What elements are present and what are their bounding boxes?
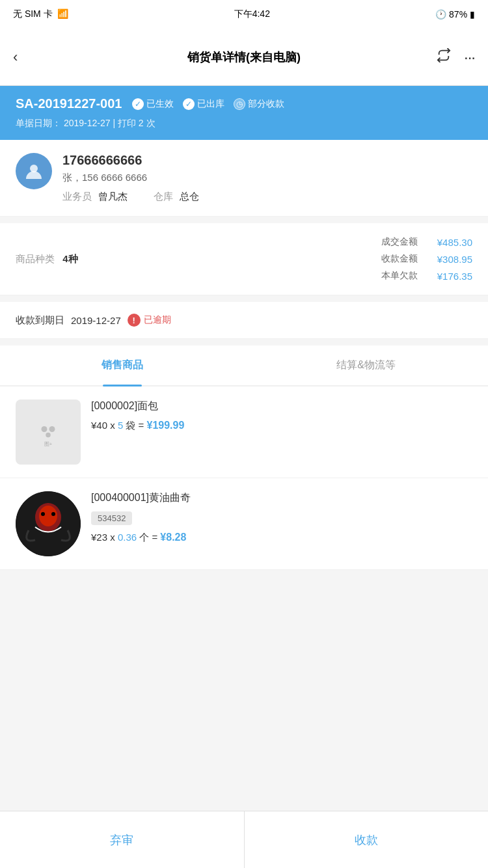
check-icon: ✓	[132, 98, 144, 110]
product-price-2: ¥23 x 0.36 个 = ¥8.28	[91, 532, 472, 544]
product-name-1: [0000002]面包	[91, 400, 472, 413]
status-time: 下午4:42	[234, 8, 270, 20]
products-section: 图+ [0000002]面包 ¥40 x 5 袋 = ¥199.99	[0, 387, 488, 570]
product-details-1: [0000002]面包 ¥40 x 5 袋 = ¥199.99	[91, 400, 472, 432]
divider-1	[0, 217, 488, 223]
customer-phone: 17666666666	[62, 153, 472, 168]
badge-shipped: ✓ 已出库	[183, 98, 224, 110]
summary-section: 商品种类 4种 成交金额 ¥485.30 收款金额 ¥308.95 本单欠款 ¥…	[0, 223, 488, 295]
collect-payment-button[interactable]: 收款	[245, 811, 489, 868]
summary-row-amount: 成交金额 ¥485.30	[381, 236, 472, 248]
tab-products[interactable]: 销售商品	[0, 346, 244, 385]
customer-section: 17666666666 张，156 6666 6666 业务员 曾凡杰 仓库 总…	[0, 140, 488, 217]
product-item-2: [000400001]黄油曲奇 534532 ¥23 x 0.36 个 = ¥8…	[0, 478, 488, 570]
nav-actions: ···	[437, 48, 475, 66]
tabs-section: 销售商品 结算&物流等	[0, 346, 488, 387]
status-right: 🕐 87% ▮	[435, 9, 475, 20]
share-icon[interactable]	[437, 48, 451, 66]
overdue-badge: ! 已逾期	[128, 314, 171, 327]
more-icon[interactable]: ···	[464, 48, 475, 66]
clock-icon: ◷	[234, 98, 245, 110]
product-item: 图+ [0000002]面包 ¥40 x 5 袋 = ¥199.99	[0, 387, 488, 478]
due-section: 收款到期日 2019-12-27 ! 已逾期	[0, 302, 488, 339]
svg-point-8	[39, 506, 57, 526]
bottom-bar: 弃审 收款	[0, 811, 488, 868]
header-banner: SA-20191227-001 ✓ 已生效 ✓ 已出库 ◷ 部分收款 单据日期：…	[0, 86, 488, 140]
summary-row-received: 收款金额 ¥308.95	[381, 253, 472, 265]
status-bar: 无 SIM 卡 📶 下午4:42 🕐 87% ▮	[0, 0, 488, 29]
svg-point-4	[46, 433, 51, 438]
svg-point-9	[41, 512, 45, 516]
svg-point-10	[51, 512, 55, 516]
svg-point-3	[49, 426, 55, 432]
svg-text:图+: 图+	[44, 441, 53, 447]
customer-meta: 业务员 曾凡杰 仓库 总仓	[62, 191, 472, 203]
product-name-2: [000400001]黄油曲奇	[91, 491, 472, 505]
avatar	[16, 153, 52, 189]
summary-left: 商品种类 4种	[16, 253, 78, 265]
battery-icon: 🕐 87% ▮	[435, 9, 475, 20]
page-title: 销货单详情(来自电脑)	[187, 49, 301, 65]
header-bottom: 单据日期： 2019-12-27 | 打印 2 次	[16, 118, 472, 129]
customer-info: 17666666666 张，156 6666 6666 业务员 曾凡杰 仓库 总…	[62, 153, 472, 203]
product-details-2: [000400001]黄油曲奇 534532 ¥23 x 0.36 个 = ¥8…	[91, 491, 472, 544]
tab-settlement[interactable]: 结算&物流等	[244, 346, 488, 385]
badge-partial: ◷ 部分收款	[234, 98, 284, 110]
nav-bar: ‹ 销货单详情(来自电脑) ···	[0, 29, 488, 86]
badge-active: ✓ 已生效	[132, 98, 174, 110]
header-top: SA-20191227-001 ✓ 已生效 ✓ 已出库 ◷ 部分收款	[16, 96, 472, 111]
status-left: 无 SIM 卡 📶	[13, 8, 68, 20]
check-icon-2: ✓	[183, 98, 195, 110]
bottom-spacer	[0, 570, 488, 627]
product-sku-2: 534532	[91, 511, 132, 525]
divider-2	[0, 295, 488, 302]
summary-right: 成交金额 ¥485.30 收款金额 ¥308.95 本单欠款 ¥176.35	[381, 236, 472, 282]
overdue-icon: !	[128, 314, 141, 327]
sales-info: 业务员 曾凡杰	[62, 191, 128, 203]
back-button[interactable]: ‹	[7, 42, 24, 72]
warehouse-info: 仓库 总仓	[154, 191, 199, 203]
product-thumbnail-2	[16, 491, 81, 556]
product-price-1: ¥40 x 5 袋 = ¥199.99	[91, 420, 472, 432]
customer-name: 张，156 6666 6666	[62, 172, 472, 184]
summary-row-debt: 本单欠款 ¥176.35	[381, 270, 472, 282]
cancel-review-button[interactable]: 弃审	[0, 811, 245, 868]
status-badges: ✓ 已生效 ✓ 已出库 ◷ 部分收款	[132, 98, 284, 110]
product-thumbnail-1: 图+	[16, 400, 81, 465]
divider-3	[0, 339, 488, 346]
order-id: SA-20191227-001	[16, 96, 122, 111]
svg-point-2	[42, 426, 47, 432]
